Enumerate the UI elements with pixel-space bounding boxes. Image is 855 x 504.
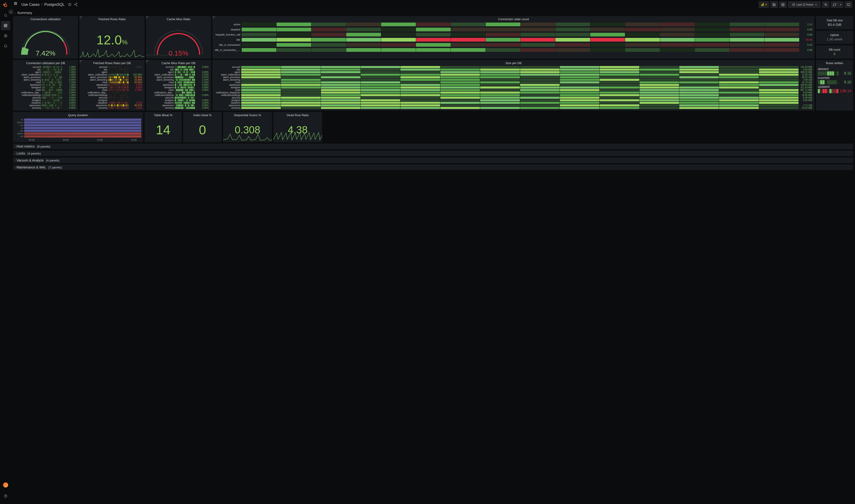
rows-written-item: deleted 8.15 — [818, 67, 851, 75]
svg-rect-2 — [6, 24, 7, 25]
share-icon[interactable] — [74, 3, 78, 7]
heatmap-row: 2.5s — [15, 124, 141, 127]
panel-cache-miss-per-db[interactable]: i Cache Miss Ratio per DB account 0.00% … — [146, 60, 211, 111]
tv-mode-button[interactable] — [845, 1, 852, 8]
dashboards-icon[interactable] — [1, 21, 10, 30]
expand-sidebar-button[interactable]: ▸ — [8, 9, 14, 14]
db-row: notifications_disp... — [82, 91, 142, 94]
panel-dead-row-ratio[interactable]: Dead Row Ratio 4.38 — [273, 112, 322, 142]
db-row: vernemq 25.50 MiB — [215, 107, 812, 109]
svg-rect-4 — [6, 26, 7, 27]
panel-size-per-db[interactable]: Size per DB account 141.63 MiB adc 8.09 … — [212, 60, 815, 111]
small-stat-panel[interactable]: Total DB size83.4 GiB — [816, 16, 853, 29]
grafana-logo-icon[interactable] — [2, 2, 9, 8]
panel-rows-written[interactable]: Rows written deleted 8.15 inserted 9.10 … — [816, 60, 853, 111]
db-row: notificationsettings 18.86 MiB — [215, 94, 812, 96]
sparkline — [273, 131, 322, 142]
breadcrumb: Use Cases / PostgreSQL — [21, 3, 65, 7]
small-stat-panel[interactable]: DB count6 — [816, 45, 853, 58]
row-title: Summary — [17, 11, 32, 15]
panel-conn-util-per-db[interactable]: Connection utilization per DB account 1.… — [13, 60, 78, 111]
chevron-right-icon: › — [15, 145, 16, 148]
explore-icon[interactable] — [1, 31, 10, 40]
save-button[interactable] — [770, 1, 778, 8]
stat-value: 0 — [199, 123, 206, 137]
settings-button[interactable] — [779, 1, 787, 8]
panel-query-duration[interactable]: Query duration 5s500ms2.5s1s10s100ms+Inf… — [13, 112, 143, 142]
panel-connection-state-count[interactable]: i Connection state count active 2.13 dis… — [212, 16, 815, 58]
panel-cache-miss-ratio[interactable]: i Cache Miss Ratio 0.15% — [146, 16, 211, 58]
panel-seq-scans[interactable]: Sequential Scans % 0.308 — [223, 112, 272, 142]
breadcrumb-separator: / — [41, 3, 42, 7]
db-row: percona — [148, 96, 209, 99]
state-row: active 2.13 — [215, 22, 812, 27]
refresh-button[interactable] — [831, 1, 838, 8]
profile-icon[interactable] — [1, 480, 10, 490]
time-range-picker[interactable]: Last 12 hours▾ — [788, 1, 821, 8]
svg-point-13 — [76, 3, 77, 4]
state-row: idle_in_transaction_ab... 0.00 — [215, 48, 812, 53]
db-row: dashboard 106.80 MiB — [215, 84, 812, 86]
small-stat-panel[interactable]: Uptime1.90 week — [816, 31, 853, 44]
alerting-icon[interactable] — [1, 41, 10, 51]
db-row: node 2.00% — [15, 89, 76, 91]
db-row: iamagent 311.43 MiB — [215, 86, 812, 89]
collapsed-row-toggle[interactable]: › Vacuum & Analyze (4 panels) — [13, 158, 853, 163]
db-row: vernemq 2.63% — [82, 107, 142, 109]
db-row: notifications_disp... 0.00% — [15, 91, 76, 94]
rows-written-item: inserted 9.10 — [818, 76, 851, 84]
zoom-out-button[interactable] — [822, 1, 830, 8]
db-row: node 867.12 MiB — [215, 89, 812, 91]
db-row: adc 1.00% — [15, 68, 76, 71]
refresh-interval-dropdown[interactable]: ▾ — [838, 1, 843, 8]
svg-rect-11 — [16, 4, 17, 5]
db-row: postgres 8.00 MiB — [215, 99, 812, 102]
panel-index-bloat[interactable]: Index bloat % 0 — [183, 112, 222, 142]
apps-icon[interactable] — [14, 2, 19, 7]
db-row: percona — [82, 96, 142, 99]
collapsed-row-toggle[interactable]: › Maintenance & WAL (7 panels) — [13, 164, 853, 170]
help-icon[interactable] — [1, 491, 10, 501]
state-row: disabled 0.00 — [215, 27, 812, 32]
db-row: agent 399.29 MiB — [215, 71, 812, 73]
dashboard-topbar: Use Cases / PostgreSQL + Last 12 hours▾ … — [11, 0, 855, 9]
db-row: alarm_notifications 102.50% — [82, 73, 142, 76]
db-row: spaceroom 0.00% — [148, 104, 209, 107]
db-row: alarm_processor 1.29% — [15, 76, 76, 78]
db-row: node 11.35% — [82, 89, 142, 91]
panel-fetched-rows-ratio[interactable]: i Fetched Rows Ratio 12.0% — [79, 16, 145, 58]
panel-fetched-ratio-per-db[interactable]: i Fetched Rows Ratio per DB account 0.60… — [79, 60, 145, 111]
db-table: account 0.00% adc agent 0.00% alarm_noti… — [146, 65, 211, 111]
db-row: node 0.00% — [148, 89, 209, 91]
db-row: dashboard 1.00% — [15, 84, 76, 86]
star-icon[interactable] — [68, 3, 72, 7]
panel-connections-utilization[interactable]: Connections utilization 7.42% — [13, 16, 78, 58]
state-row: fastpath_function_call 0.00 — [215, 32, 812, 37]
svg-rect-9 — [16, 2, 17, 3]
db-row: chart 42.83% — [82, 81, 142, 84]
panel-table-bloat[interactable]: Table Bloat % 14 — [145, 112, 182, 142]
row-summary-toggle[interactable]: ⌄ Summary — [13, 9, 853, 16]
db-row: account 141.63 MiB — [215, 66, 812, 68]
db-row: spaceroom 45.57% — [82, 104, 142, 107]
collapsed-row-toggle[interactable]: › Locks (4 panels) — [13, 150, 853, 156]
db-row: alarm_processor 0.07% — [148, 76, 209, 78]
svg-rect-18 — [763, 3, 764, 6]
db-row: rdsadmin 0.00% — [15, 102, 76, 104]
heatmap: 5s500ms2.5s1s10s100ms+Inf06:0009:0012:00… — [13, 118, 143, 142]
rows-written-body: deleted 8.15 inserted 9.10 updated 138.1… — [816, 65, 853, 94]
navigation-sidebar: ▸ — [0, 0, 11, 504]
collapsed-row-toggle[interactable]: › Host metrics (8 panels) — [13, 144, 853, 149]
svg-rect-10 — [14, 4, 15, 5]
stat-value: 14 — [156, 123, 170, 137]
db-row: agent 1.00% — [15, 71, 76, 73]
svg-marker-12 — [68, 3, 71, 6]
svg-rect-1 — [4, 24, 5, 25]
breadcrumb-folder[interactable]: Use Cases — [21, 3, 39, 7]
db-row: chart 2.33% — [15, 81, 76, 84]
svg-point-14 — [74, 4, 75, 5]
state-table: active 2.13 disabled 0.00 fastpath_funct… — [212, 21, 815, 54]
add-panel-button[interactable]: + — [759, 1, 769, 8]
breadcrumb-dashboard[interactable]: PostgreSQL — [44, 3, 65, 7]
db-row: account 0.00% — [148, 66, 209, 68]
